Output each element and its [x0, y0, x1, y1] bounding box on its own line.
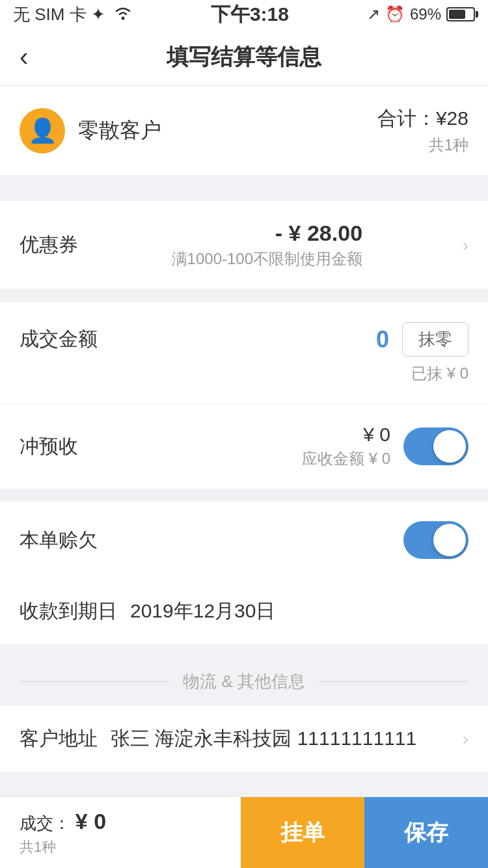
precollect-right: ¥ 0 应收金额 ¥ 0	[302, 424, 468, 469]
precollect-label: 冲预收	[20, 433, 78, 460]
bottom-count: 共1种	[20, 837, 221, 857]
discount-amount: - ¥ 28.00	[275, 221, 362, 246]
customer-right: 合计：¥28 共1种	[377, 105, 468, 156]
no-sim-text: 无 SIM 卡 ✦	[13, 3, 105, 26]
precollect-amounts: ¥ 0 应收金额 ¥ 0	[302, 424, 390, 469]
coupon-value: - ¥ 28.00 满1000-100不限制使用金额	[172, 221, 362, 269]
logistics-divider: 物流 & 其他信息	[0, 657, 488, 706]
page-title: 填写结算等信息	[167, 42, 321, 72]
transaction-bottom: 已抹 ¥ 0	[20, 363, 468, 384]
debit-toggle[interactable]	[403, 521, 468, 559]
logistics-line-right	[318, 681, 468, 682]
divider-2	[0, 290, 488, 303]
precollect-top: 冲预收 ¥ 0 应收金额 ¥ 0	[20, 424, 468, 469]
address-right: ›	[456, 729, 468, 750]
transaction-right: 0 抹零	[376, 322, 468, 357]
debit-label: 本单赊欠	[20, 527, 98, 554]
battery-icon	[446, 7, 475, 21]
coupon-row[interactable]: 优惠券 - ¥ 28.00 满1000-100不限制使用金额 ›	[0, 201, 488, 290]
location-icon: ↗	[367, 5, 380, 23]
address-section[interactable]: 客户地址 张三 海淀永丰科技园 11111111111 ›	[0, 706, 488, 772]
wifi-icon	[113, 5, 133, 25]
logistics-line-left	[20, 681, 170, 682]
status-time: 下午3:18	[211, 1, 289, 28]
duedate-section: 收款到期日 2019年12月30日	[0, 578, 488, 644]
customer-name: 零散客户	[78, 116, 161, 145]
avatar: 👤	[20, 108, 65, 154]
duedate-value: 2019年12月30日	[130, 598, 275, 625]
customer-left: 👤 零散客户	[20, 108, 161, 154]
svg-point-0	[121, 16, 124, 20]
round-button[interactable]: 抹零	[402, 322, 468, 357]
avatar-icon: 👤	[28, 117, 57, 144]
bottom-info: 成交： ¥ 0 共1种	[0, 809, 241, 857]
save-button[interactable]: 保存	[364, 797, 488, 869]
address-value: 张三 海淀永丰科技园 11111111111	[111, 726, 456, 752]
bottom-deal-row: 成交： ¥ 0	[20, 809, 221, 835]
hold-button[interactable]: 挂单	[241, 797, 364, 869]
customer-row: 👤 零散客户 合计：¥28 共1种	[0, 86, 488, 175]
bottom-bar: 成交： ¥ 0 共1种 挂单 保存	[0, 796, 488, 868]
precollect-toggle[interactable]	[403, 427, 468, 465]
coupon-label: 优惠券	[20, 232, 78, 258]
divider-3	[0, 489, 488, 502]
toggle-knob	[433, 430, 466, 463]
total-amount: 合计：¥28	[377, 105, 468, 132]
logistics-text: 物流 & 其他信息	[183, 670, 305, 693]
transaction-section: 成交金额 0 抹零 已抹 ¥ 0	[0, 303, 488, 404]
content-area: 👤 零散客户 合计：¥28 共1种 优惠券 - ¥ 28.00 满1000-10…	[0, 86, 488, 868]
duedate-label: 收款到期日	[20, 598, 117, 625]
transaction-label: 成交金额	[20, 326, 98, 353]
battery-percent: 69%	[410, 5, 441, 23]
bottom-deal-label: 成交：	[20, 813, 70, 833]
status-left: 无 SIM 卡 ✦	[13, 3, 133, 26]
debit-toggle-knob	[433, 524, 466, 556]
divider-1	[0, 188, 488, 201]
bottom-deal-amount: ¥ 0	[75, 809, 106, 834]
address-chevron-icon: ›	[463, 729, 468, 750]
status-bar: 无 SIM 卡 ✦ 下午3:18 ↗ ⏰ 69%	[0, 0, 488, 29]
address-label: 客户地址	[20, 726, 98, 752]
nav-bar: ‹ 填写结算等信息	[0, 29, 488, 86]
precollect-main: ¥ 0	[302, 424, 390, 446]
discount-note: 满1000-100不限制使用金额	[172, 249, 362, 269]
debit-section: 本单赊欠	[0, 502, 488, 578]
precollect-sub: 应收金额 ¥ 0	[302, 448, 390, 469]
precollect-section: 冲预收 ¥ 0 应收金额 ¥ 0	[0, 404, 488, 489]
back-button[interactable]: ‹	[20, 42, 28, 72]
transaction-top: 成交金额 0 抹零	[20, 322, 468, 357]
divider-4	[0, 644, 488, 657]
status-right: ↗ ⏰ 69%	[367, 5, 475, 23]
alarm-icon: ⏰	[385, 5, 405, 23]
chevron-icon: ›	[463, 235, 468, 256]
transaction-amount: 0	[376, 326, 389, 353]
total-count: 共1种	[377, 135, 468, 156]
